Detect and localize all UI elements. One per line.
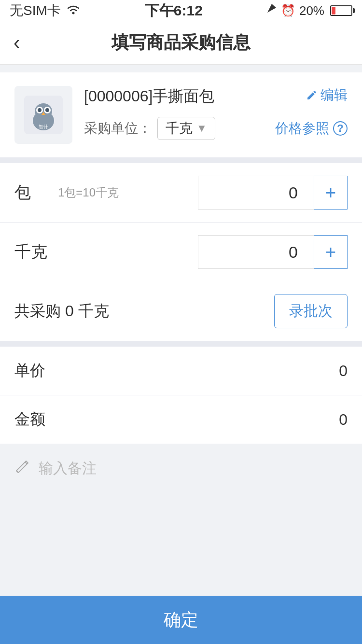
product-header: [0000006]手撕面包 编辑 <box>84 86 348 107</box>
section-separator-2 <box>0 341 362 347</box>
remark-section[interactable]: 输入备注 <box>0 444 362 493</box>
top-divider <box>0 65 362 72</box>
status-left: 无SIM卡 <box>10 1 81 20</box>
unit-price-label: 单价 <box>14 360 45 381</box>
quantity-input-kg[interactable] <box>198 235 314 269</box>
battery-percent: 20% <box>299 3 324 18</box>
price-section: 单价 0 金额 0 <box>0 347 362 444</box>
product-card: 智计 [0000006]手撕面包 编辑 采购单位： 千克 ▼ 价格参照 <box>0 72 362 157</box>
quantity-input-bao[interactable] <box>198 176 314 210</box>
quantity-label-kg: 千克 <box>14 241 53 263</box>
price-row-amount: 金额 0 <box>0 395 362 444</box>
unit-price-value: 0 <box>339 362 348 380</box>
section-separator-1 <box>0 157 362 163</box>
carrier-text: 无SIM卡 <box>10 1 61 20</box>
quantity-sublabel-bao: 1包=10千克 <box>58 185 198 200</box>
nav-bar: ‹ 填写商品采购信息 <box>0 21 362 65</box>
quantity-input-wrap-bao: + <box>198 176 348 210</box>
status-right: ⏰ 20% <box>266 3 352 19</box>
quantity-section: 包 1包=10千克 + 千克 + <box>0 163 362 281</box>
product-thumbnail: 智计 <box>14 86 72 144</box>
confirm-button[interactable]: 确定 <box>0 596 362 644</box>
battery-icon <box>330 5 352 16</box>
quantity-label-bao: 包 <box>14 182 53 204</box>
product-image: 智计 <box>14 86 72 144</box>
page-title: 填写商品采购信息 <box>111 31 251 55</box>
price-row-unit: 单价 0 <box>0 347 362 395</box>
status-time: 下午6:12 <box>145 1 203 21</box>
alarm-icon: ⏰ <box>281 4 295 17</box>
unit-select[interactable]: 千克 ▼ <box>157 117 215 140</box>
amount-value: 0 <box>339 411 348 429</box>
product-name: [0000006]手撕面包 <box>84 86 214 107</box>
pencil-icon <box>14 458 31 478</box>
wifi-icon <box>66 3 81 18</box>
product-unit-row: 采购单位： 千克 ▼ 价格参照 ? <box>84 117 348 140</box>
location-icon <box>266 3 277 19</box>
svg-point-0 <box>72 12 74 14</box>
product-info: [0000006]手撕面包 编辑 采购单位： 千克 ▼ 价格参照 ? <box>84 86 348 140</box>
edit-button[interactable]: 编辑 <box>306 86 348 104</box>
quantity-row-bao: 包 1包=10千克 + <box>0 163 362 223</box>
summary-text: 共采购 0 千克 <box>14 301 109 322</box>
quantity-input-wrap-kg: + <box>198 235 348 269</box>
amount-label: 金额 <box>14 409 45 430</box>
unit-label: 采购单位： <box>84 119 152 138</box>
svg-point-6 <box>38 108 42 112</box>
price-ref-button[interactable]: 价格参照 ? <box>275 119 348 138</box>
help-icon: ? <box>333 121 348 136</box>
status-bar: 无SIM卡 下午6:12 ⏰ 20% <box>0 0 362 21</box>
plus-button-kg[interactable]: + <box>314 235 348 269</box>
chevron-down-icon: ▼ <box>196 122 207 135</box>
plus-button-bao[interactable]: + <box>314 176 348 210</box>
svg-point-7 <box>45 108 49 112</box>
svg-text:智计: 智计 <box>39 124 48 129</box>
back-button[interactable]: ‹ <box>14 32 20 54</box>
quantity-row-kg: 千克 + <box>0 223 362 281</box>
unit-value: 千克 <box>166 119 193 138</box>
remark-placeholder: 输入备注 <box>39 459 97 478</box>
record-batch-button[interactable]: 录批次 <box>274 294 348 328</box>
summary-row: 共采购 0 千克 录批次 <box>0 281 362 341</box>
